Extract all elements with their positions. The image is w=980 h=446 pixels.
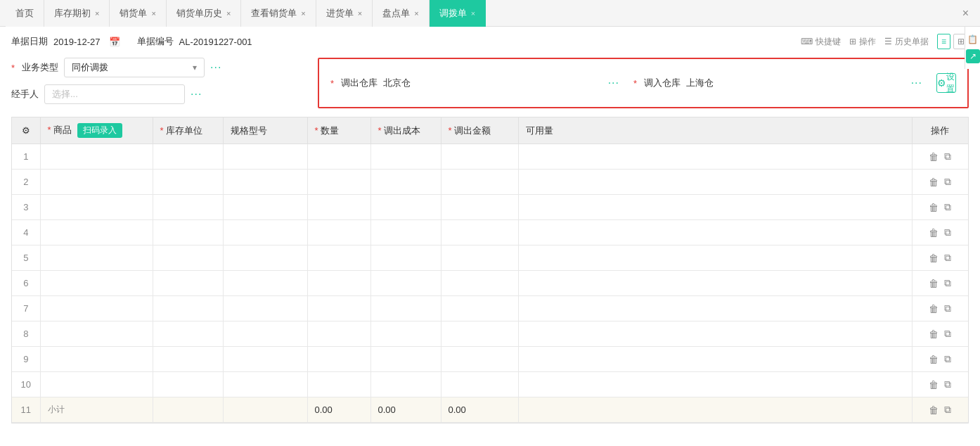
avail-cell[interactable] bbox=[518, 246, 912, 271]
tab-view-sales[interactable]: 查看销货单 × bbox=[241, 0, 316, 27]
unit-cell[interactable] bbox=[153, 246, 223, 271]
spec-cell[interactable] bbox=[223, 296, 307, 321]
copy-row-btn[interactable]: ⧉ bbox=[944, 151, 951, 163]
qty-cell[interactable] bbox=[307, 220, 370, 246]
sidebar-doc-icon[interactable]: 📋 bbox=[966, 32, 980, 46]
tab-close-sales-history[interactable]: × bbox=[226, 9, 231, 18]
cost-cell[interactable] bbox=[370, 195, 441, 220]
tab-inventory-init[interactable]: 库存期初 × bbox=[44, 0, 110, 27]
delete-row-btn[interactable]: 🗑 bbox=[929, 253, 939, 264]
amount-cell[interactable] bbox=[441, 296, 518, 321]
copy-row-btn[interactable]: ⧉ bbox=[944, 201, 951, 213]
qty-cell[interactable] bbox=[307, 170, 370, 195]
history-button[interactable]: ☰ 历史单据 bbox=[884, 36, 929, 48]
tab-close-view-sales[interactable]: × bbox=[301, 9, 305, 18]
spec-cell[interactable] bbox=[223, 271, 307, 296]
qty-cell[interactable] bbox=[307, 271, 370, 296]
qty-cell[interactable] bbox=[307, 296, 370, 321]
spec-cell[interactable] bbox=[223, 321, 307, 347]
tab-sales-order[interactable]: 销货单 × bbox=[110, 0, 166, 27]
cost-cell[interactable] bbox=[370, 271, 441, 296]
amount-cell[interactable] bbox=[441, 170, 518, 195]
sidebar-export-icon[interactable]: ↗ bbox=[966, 49, 980, 63]
tab-close-purchase-order[interactable]: × bbox=[358, 9, 362, 18]
tab-sales-history[interactable]: 销货单历史 × bbox=[167, 0, 241, 27]
unit-cell[interactable] bbox=[153, 321, 223, 347]
avail-cell[interactable] bbox=[518, 372, 912, 397]
tab-inventory-check[interactable]: 盘点单 × bbox=[373, 0, 429, 27]
product-cell[interactable] bbox=[40, 144, 153, 170]
delete-row-btn[interactable]: 🗑 bbox=[929, 278, 939, 289]
product-cell[interactable] bbox=[40, 321, 153, 347]
unit-cell[interactable] bbox=[153, 271, 223, 296]
business-type-select[interactable]: 同价调拨 ▾ bbox=[64, 58, 205, 77]
unit-cell[interactable] bbox=[153, 144, 223, 170]
copy-row-btn[interactable]: ⧉ bbox=[944, 378, 951, 390]
amount-cell[interactable] bbox=[441, 321, 518, 347]
spec-cell[interactable] bbox=[223, 220, 307, 246]
tab-close-transfer-order[interactable]: × bbox=[471, 9, 475, 18]
cost-cell[interactable] bbox=[370, 220, 441, 246]
product-cell[interactable] bbox=[40, 170, 153, 195]
qty-cell[interactable] bbox=[307, 246, 370, 271]
cost-cell[interactable] bbox=[370, 246, 441, 271]
tab-close-sales-order[interactable]: × bbox=[151, 9, 155, 18]
in-warehouse-more[interactable]: ··· bbox=[911, 77, 922, 89]
cost-cell[interactable] bbox=[370, 170, 441, 195]
product-cell[interactable] bbox=[40, 372, 153, 397]
unit-cell[interactable] bbox=[153, 220, 223, 246]
product-cell[interactable] bbox=[40, 271, 153, 296]
tab-home[interactable]: 首页 bbox=[6, 0, 44, 27]
cost-cell[interactable] bbox=[370, 144, 441, 170]
avail-cell[interactable] bbox=[518, 321, 912, 347]
product-cell[interactable] bbox=[40, 195, 153, 220]
layout-list-btn[interactable]: ≡ bbox=[937, 34, 950, 49]
qty-cell[interactable] bbox=[307, 347, 370, 372]
unit-cell[interactable] bbox=[153, 195, 223, 220]
avail-cell[interactable] bbox=[518, 195, 912, 220]
person-select[interactable]: 选择... bbox=[44, 84, 185, 104]
amount-cell[interactable] bbox=[441, 246, 518, 271]
amount-cell[interactable] bbox=[441, 195, 518, 220]
product-cell[interactable] bbox=[40, 246, 153, 271]
qty-cell[interactable] bbox=[307, 195, 370, 220]
col-settings[interactable]: ⚙ bbox=[12, 117, 40, 144]
avail-cell[interactable] bbox=[518, 220, 912, 246]
copy-row-btn[interactable]: ⧉ bbox=[944, 176, 951, 188]
qty-cell[interactable] bbox=[307, 372, 370, 397]
delete-row-btn[interactable]: 🗑 bbox=[929, 303, 939, 314]
amount-cell[interactable] bbox=[441, 271, 518, 296]
unit-cell[interactable] bbox=[153, 170, 223, 195]
delete-row-btn[interactable]: 🗑 bbox=[929, 404, 939, 416]
delete-row-btn[interactable]: 🗑 bbox=[929, 227, 939, 238]
avail-cell[interactable] bbox=[518, 296, 912, 321]
cost-cell[interactable] bbox=[370, 296, 441, 321]
amount-cell[interactable] bbox=[441, 220, 518, 246]
unit-cell[interactable] bbox=[153, 296, 223, 321]
cost-cell[interactable] bbox=[370, 321, 441, 347]
calendar-icon[interactable]: 📅 bbox=[109, 37, 120, 47]
product-cell[interactable] bbox=[40, 347, 153, 372]
avail-cell[interactable] bbox=[518, 144, 912, 170]
unit-cell[interactable] bbox=[153, 347, 223, 372]
amount-cell[interactable] bbox=[441, 372, 518, 397]
person-more[interactable]: ··· bbox=[191, 88, 202, 101]
copy-row-btn[interactable]: ⧉ bbox=[944, 328, 951, 340]
copy-row-btn[interactable]: ⧉ bbox=[944, 227, 951, 238]
qty-cell[interactable] bbox=[307, 144, 370, 170]
amount-cell[interactable] bbox=[441, 144, 518, 170]
delete-row-btn[interactable]: 🗑 bbox=[929, 329, 939, 340]
close-all-button[interactable]: × bbox=[957, 7, 974, 20]
product-cell[interactable] bbox=[40, 220, 153, 246]
product-cell[interactable] bbox=[40, 296, 153, 321]
scan-button[interactable]: 扫码录入 bbox=[77, 123, 122, 138]
tab-close-inventory-init[interactable]: × bbox=[95, 9, 99, 18]
avail-cell[interactable] bbox=[518, 271, 912, 296]
delete-row-btn[interactable]: 🗑 bbox=[929, 202, 939, 213]
warehouse-settings-button[interactable]: ⚙ 设置 bbox=[936, 73, 956, 93]
cost-cell[interactable] bbox=[370, 372, 441, 397]
avail-cell[interactable] bbox=[518, 170, 912, 195]
copy-row-btn[interactable]: ⧉ bbox=[944, 353, 951, 365]
out-warehouse-more[interactable]: ··· bbox=[608, 77, 619, 89]
delete-row-btn[interactable]: 🗑 bbox=[929, 354, 939, 365]
